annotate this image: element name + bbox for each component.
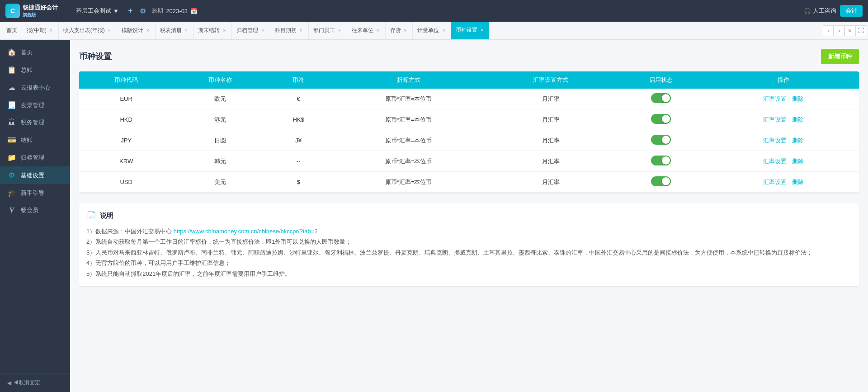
- toggle-switch[interactable]: [651, 156, 671, 165]
- content-area: 币种设置 新增币种 币种代码 币种名称 币符 折算方式 汇率设置方式 启用状态 …: [70, 40, 868, 392]
- tab-close-all-button[interactable]: ×: [844, 25, 855, 36]
- tab-department[interactable]: 部门员工 ×: [309, 22, 347, 39]
- tab-close-icon[interactable]: ×: [337, 28, 342, 33]
- tab-close-icon[interactable]: ×: [222, 28, 227, 33]
- sidebar-item-settings[interactable]: ⚙ 基础设置: [0, 166, 70, 184]
- tab-close-icon[interactable]: ×: [298, 28, 304, 33]
- sidebar-item-archive[interactable]: 📁 归档管理: [0, 149, 70, 166]
- delete-link[interactable]: 删除: [792, 158, 804, 165]
- tab-close-icon[interactable]: ×: [260, 28, 265, 33]
- sidebar-item-guide[interactable]: 🎓 新手引导: [0, 184, 70, 202]
- add-workspace-button[interactable]: +: [126, 5, 135, 18]
- cell-action: 汇率设置 删除: [708, 172, 859, 193]
- tab-period-end[interactable]: 期末结转 ×: [193, 22, 232, 39]
- workspace-name: 基层工会测试: [76, 7, 111, 15]
- delete-link[interactable]: 删除: [792, 116, 804, 123]
- tab-maximize-button[interactable]: ⛶: [855, 25, 866, 36]
- rate-setting-link[interactable]: 汇率设置: [763, 158, 787, 165]
- tab-template[interactable]: 模版设计 ×: [117, 22, 156, 39]
- tab-label: 科目期初: [275, 27, 297, 34]
- rate-setting-link[interactable]: 汇率设置: [763, 95, 787, 102]
- tax-icon: 🏛: [7, 118, 16, 127]
- delete-link[interactable]: 删除: [792, 95, 804, 102]
- calendar-icon[interactable]: 📅: [190, 8, 198, 14]
- notes-header: 📄 说明: [86, 211, 852, 221]
- sidebar-item-tax[interactable]: 🏛 税务管理: [0, 114, 70, 131]
- tab-subject-init[interactable]: 科目期初 ×: [270, 22, 309, 39]
- toggle-switch[interactable]: [651, 176, 671, 186]
- home-icon: 🏠: [7, 48, 16, 57]
- tab-next-button[interactable]: ›: [834, 25, 844, 36]
- sidebar-label-archive: 归档管理: [21, 154, 44, 162]
- tab-close-icon[interactable]: ×: [403, 28, 408, 33]
- sidebar-label-home: 首页: [21, 48, 33, 57]
- help-label: 人工咨询: [813, 7, 836, 15]
- page-title: 币种设置: [79, 51, 112, 62]
- tab-income-annual[interactable]: 收入支出表(年报) ×: [59, 22, 117, 39]
- cell-status: [614, 89, 708, 109]
- cell-conversion: 原币*汇率=本位币: [330, 109, 488, 130]
- col-header-action: 操作: [708, 71, 859, 89]
- tab-home[interactable]: 首页: [2, 22, 22, 39]
- rate-setting-link[interactable]: 汇率设置: [763, 179, 787, 185]
- tab-close-icon[interactable]: ×: [184, 28, 189, 33]
- sidebar-item-invoices[interactable]: 🧾 发票管理: [0, 96, 70, 114]
- sidebar-item-home[interactable]: 🏠 首页: [0, 43, 70, 61]
- headset-icon: 🎧: [804, 8, 811, 14]
- toggle-switch[interactable]: [651, 114, 671, 124]
- sidebar-item-reports[interactable]: ☁ 云报表中心: [0, 79, 70, 96]
- sidebar-item-member[interactable]: V 畅会员: [0, 202, 70, 219]
- tab-archive[interactable]: 归档管理 ×: [232, 22, 270, 39]
- notes-external-link[interactable]: https://www.chinamoney.com.cn/chinese/bk…: [174, 228, 318, 235]
- tab-unit[interactable]: 计量单位 ×: [413, 22, 451, 39]
- help-button[interactable]: 🎧 人工咨询: [804, 7, 836, 15]
- toggle-switch[interactable]: [651, 93, 671, 103]
- account-button[interactable]: 会计: [840, 5, 863, 17]
- member-icon: V: [7, 206, 16, 214]
- col-header-symbol: 币符: [268, 71, 330, 89]
- cloud-icon: ☁: [7, 83, 16, 92]
- tab-report-mid[interactable]: 报(中期) ×: [22, 22, 59, 39]
- tab-contacts[interactable]: 往来单位 ×: [347, 22, 386, 39]
- tab-prev-button[interactable]: ‹: [823, 25, 834, 36]
- rate-setting-link[interactable]: 汇率设置: [763, 116, 787, 123]
- rate-setting-link[interactable]: 汇率设置: [763, 137, 787, 144]
- tab-close-icon[interactable]: ×: [107, 28, 112, 33]
- toggle-switch[interactable]: [651, 135, 671, 145]
- dropdown-icon: ▼: [113, 8, 119, 14]
- notes-item: 4）无官方牌价的币种，可以用用户手工维护汇率信息；: [86, 258, 852, 268]
- notes-section: 📄 说明 1）数据来源：中国外汇交易中心 https://www.chinamo…: [79, 203, 859, 286]
- new-currency-button[interactable]: 新增币种: [821, 49, 859, 64]
- cell-conversion: 原币*汇率=本位币: [330, 172, 488, 193]
- sidebar-nav: 🏠 首页 📋 总账 ☁ 云报表中心 🧾 发票管理 🏛 税务管理 💳 结账: [0, 40, 70, 373]
- tab-close-icon[interactable]: ×: [48, 28, 54, 33]
- page-header: 币种设置 新增币种: [79, 49, 859, 64]
- delete-link[interactable]: 删除: [792, 137, 804, 144]
- cell-symbol: HK$: [268, 109, 330, 130]
- settings-icon[interactable]: ⚙: [138, 5, 148, 17]
- tab-close-icon[interactable]: ×: [441, 28, 446, 33]
- tab-inventory[interactable]: 存货 ×: [386, 22, 413, 39]
- tab-close-icon[interactable]: ×: [145, 28, 151, 33]
- sidebar-label-settings: 基础设置: [21, 171, 44, 179]
- pin-toggle-button[interactable]: ◀ ◀取消固定: [0, 373, 70, 392]
- notes-item: 2）系统自动获取每月第一个工作日的汇率标价，统一为直接标价法，即1外币可以兑换的…: [86, 236, 852, 247]
- sidebar-item-checkout[interactable]: 💳 结账: [0, 131, 70, 149]
- sidebar-item-ledger[interactable]: 📋 总账: [0, 61, 70, 79]
- delete-link[interactable]: 删除: [792, 179, 804, 185]
- tab-label: 模版设计: [122, 27, 143, 34]
- tab-close-icon[interactable]: ×: [479, 27, 485, 33]
- period-label: 账期: [151, 7, 163, 15]
- notes-title: 说明: [100, 212, 113, 220]
- table-row: JPY日圆J¥原币*汇率=本位币月汇率 汇率设置 删除: [79, 130, 859, 151]
- app-name: 畅捷通好会计: [23, 4, 58, 12]
- table-row: EUR欧元€原币*汇率=本位币月汇率 汇率设置 删除: [79, 89, 859, 109]
- tab-currency[interactable]: 币种设置 ×: [451, 22, 490, 39]
- tab-close-icon[interactable]: ×: [375, 28, 381, 33]
- tab-label: 报(中期): [27, 27, 47, 34]
- tab-label: 归档管理: [236, 27, 258, 34]
- currency-table: 币种代码 币种名称 币符 折算方式 汇率设置方式 启用状态 操作 EUR欧元€原…: [79, 71, 859, 193]
- cell-status: [614, 151, 708, 172]
- workspace-selector[interactable]: 基层工会测试 ▼: [72, 5, 123, 17]
- tab-tax-list[interactable]: 税表清册 ×: [156, 22, 194, 39]
